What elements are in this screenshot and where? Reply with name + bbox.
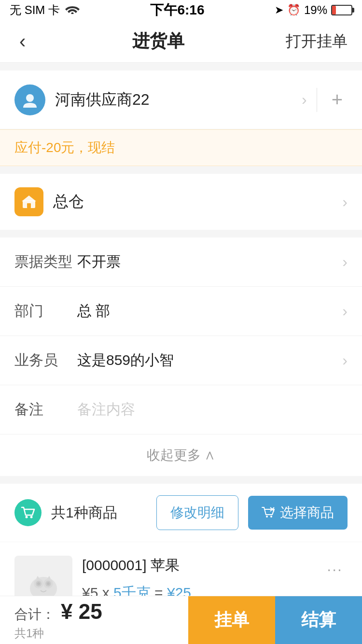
product-count-text: 共1种商品 (51, 503, 147, 523)
add-supplier-button[interactable]: + (327, 84, 348, 115)
department-value: 总 部 (77, 301, 342, 321)
svg-point-0 (71, 13, 74, 14)
total-sub: 共1种 (14, 626, 174, 641)
product-more-button[interactable]: ··· (322, 556, 348, 583)
salesperson-label: 业务员 (14, 350, 77, 370)
collapse-button[interactable]: 收起更多 ∧ (0, 434, 362, 476)
supplier-row[interactable]: 河南供应商22 › + (0, 70, 362, 129)
cart-icon (14, 499, 42, 526)
alert-banner: 应付-20元，现结 (0, 129, 362, 166)
alarm-icon: ⏰ (287, 4, 300, 16)
salesperson-value: 这是859的小智 (77, 350, 342, 370)
collapse-text: 收起更多 ∧ (147, 446, 216, 464)
main-content: 河南供应商22 › + 应付-20元，现结 总仓 › 票据类型 不开票 (0, 70, 362, 644)
product-header: 共1种商品 修改明细 选择商品 (0, 484, 362, 542)
status-bar: 无 SIM 卡 下午6:16 ➤ ⏰ 19% (0, 0, 362, 20)
product-title: 苹果 (151, 557, 180, 573)
svg-point-5 (26, 516, 28, 518)
supplier-section: 河南供应商22 › + 应付-20元，现结 (0, 70, 362, 166)
svg-rect-4 (27, 203, 31, 208)
department-label: 部门 (14, 301, 77, 321)
supplier-avatar (14, 84, 45, 115)
back-button[interactable]: ‹ (14, 26, 30, 57)
location-icon: ➤ (275, 4, 283, 16)
remark-label: 备注 (14, 400, 77, 420)
svg-point-7 (266, 516, 268, 518)
product-name: [0000001] 苹果 (82, 556, 312, 575)
svg-marker-3 (22, 196, 36, 201)
supplier-chevron-icon: › (302, 91, 307, 109)
svg-point-8 (270, 516, 272, 518)
invoice-type-value: 不开票 (77, 252, 342, 272)
warehouse-name: 总仓 (53, 191, 342, 212)
footer-total: 合计： ¥ 25 共1种 (0, 596, 188, 644)
battery-text: 19% (304, 3, 327, 17)
open-hang-button[interactable]: 打开挂单 (286, 31, 348, 52)
carrier-text: 无 SIM 卡 (10, 2, 60, 18)
svg-point-6 (30, 516, 33, 518)
remark-input[interactable]: 备注内容 (77, 400, 348, 420)
wifi-icon (65, 3, 80, 17)
checkout-button[interactable]: 结算 (275, 596, 362, 644)
warehouse-icon (14, 187, 43, 216)
collapse-section: 收起更多 ∧ (0, 434, 362, 476)
svg-point-17 (47, 582, 50, 585)
edit-detail-button[interactable]: 修改明细 (156, 495, 238, 530)
total-label: 合计： (14, 605, 55, 624)
svg-point-16 (37, 582, 40, 585)
select-product-cart-icon (262, 507, 275, 518)
supplier-name: 河南供应商22 (55, 89, 302, 111)
svg-point-1 (26, 94, 34, 102)
footer: 合计： ¥ 25 共1种 挂单 结算 (0, 596, 362, 644)
fields-section: 票据类型 不开票 › 部门 总 部 › 业务员 这是859的小智 › 备注 备注… (0, 238, 362, 434)
total-amount: ¥ 25 (61, 600, 102, 624)
salesperson-chevron-icon: › (342, 351, 348, 369)
warehouse-chevron-icon: › (342, 193, 348, 211)
nav-bar: ‹ 进货单 打开挂单 (0, 20, 362, 63)
status-time: 下午6:16 (150, 1, 204, 19)
invoice-type-label: 票据类型 (14, 252, 77, 272)
supplier-divider (317, 88, 317, 112)
battery-icon (331, 5, 352, 15)
status-carrier: 无 SIM 卡 (10, 2, 80, 18)
invoice-type-row[interactable]: 票据类型 不开票 › (0, 238, 362, 287)
warehouse-row[interactable]: 总仓 › (0, 174, 362, 230)
select-product-button[interactable]: 选择商品 (248, 496, 348, 530)
remark-row[interactable]: 备注 备注内容 (0, 385, 362, 434)
salesperson-row[interactable]: 业务员 这是859的小智 › (0, 336, 362, 385)
department-chevron-icon: › (342, 302, 348, 320)
select-product-label: 选择商品 (280, 504, 334, 522)
page-title: 进货单 (132, 29, 184, 53)
alert-text: 应付-20元，现结 (14, 140, 115, 155)
product-code: [0000001] (82, 557, 146, 573)
hang-order-button[interactable]: 挂单 (188, 596, 275, 644)
invoice-type-chevron-icon: › (342, 253, 348, 271)
status-indicators: ➤ ⏰ 19% (275, 3, 352, 17)
department-row[interactable]: 部门 总 部 › (0, 287, 362, 336)
warehouse-section: 总仓 › (0, 174, 362, 230)
